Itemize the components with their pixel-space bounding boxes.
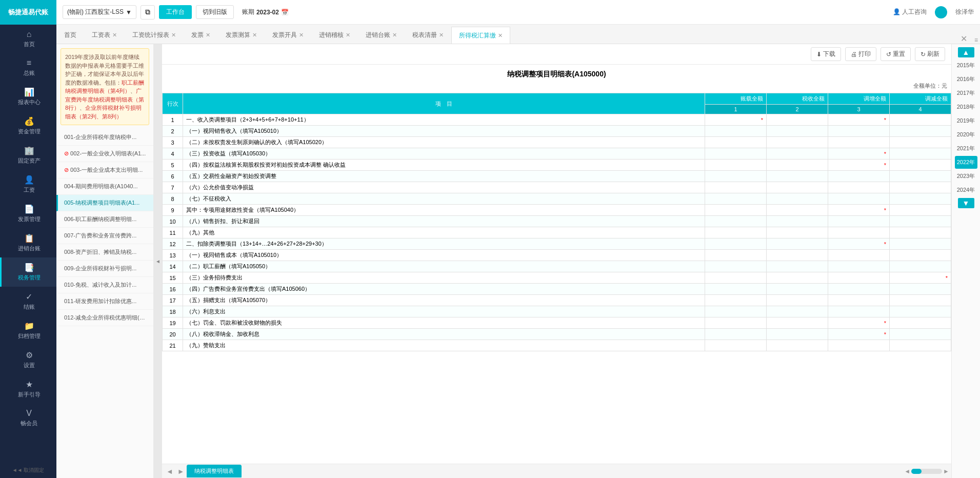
calendar-icon[interactable]: 📅 bbox=[281, 9, 289, 16]
tab-sales-ledger[interactable]: 进销台账 ✕ bbox=[358, 26, 405, 44]
sidebar-item-close[interactable]: ✓ 结账 bbox=[0, 287, 56, 316]
cell-v3[interactable]: * bbox=[828, 238, 890, 250]
cell-v2[interactable] bbox=[767, 261, 828, 272]
sidebar-item-assets[interactable]: 🏢 固定资产 bbox=[0, 141, 56, 170]
sidebar-item-payroll[interactable]: 👤 工资 bbox=[0, 170, 56, 199]
cell-v2[interactable] bbox=[767, 171, 828, 182]
cell-v1[interactable] bbox=[705, 306, 767, 317]
cell-item[interactable]: （九）赞助支出 bbox=[183, 340, 705, 351]
tab-close-tax-table[interactable]: ✕ bbox=[439, 32, 444, 38]
company-selector[interactable]: (物副) 江西股宝-LSS ▼ bbox=[63, 5, 136, 19]
year-2024[interactable]: 2024年 bbox=[955, 184, 977, 196]
cell-v4[interactable] bbox=[890, 171, 951, 182]
cell-v4[interactable] bbox=[890, 329, 951, 340]
cell-v4[interactable] bbox=[890, 148, 951, 160]
cell-v4[interactable] bbox=[890, 216, 951, 227]
bottom-nav-left[interactable]: ◄ bbox=[164, 467, 175, 475]
cell-v3[interactable] bbox=[828, 295, 890, 306]
horizontal-scrollbar[interactable] bbox=[911, 469, 942, 474]
cell-v4[interactable] bbox=[890, 182, 951, 193]
cell-v1[interactable] bbox=[705, 261, 767, 272]
cell-v4[interactable] bbox=[890, 306, 951, 317]
panel-item-007[interactable]: 007-广告费和业务宣传费跨... bbox=[56, 228, 153, 244]
scroll-left-icon[interactable]: ◄ bbox=[904, 468, 910, 475]
tab-check[interactable]: 进销稽核 ✕ bbox=[311, 26, 358, 44]
tab-close-invoice-calc[interactable]: ✕ bbox=[252, 32, 257, 38]
sidebar-item-invoice-mgmt[interactable]: 📄 发票管理 bbox=[0, 199, 56, 228]
workspace-button[interactable]: 工作台 bbox=[159, 5, 192, 19]
cell-item[interactable]: （六）利息支出 bbox=[183, 306, 705, 317]
cell-v1[interactable] bbox=[705, 171, 767, 182]
cell-v3[interactable] bbox=[828, 272, 890, 284]
cell-v1[interactable] bbox=[705, 250, 767, 261]
year-2016[interactable]: 2016年 bbox=[955, 73, 977, 86]
tab-menu-btn[interactable]: ≡ bbox=[972, 36, 980, 44]
tab-payroll-stats[interactable]: 工资统计报表 ✕ bbox=[125, 26, 184, 44]
sidebar-item-vip[interactable]: V 畅会员 bbox=[0, 404, 56, 432]
cell-v2[interactable] bbox=[767, 160, 828, 171]
year-2015[interactable]: 2015年 bbox=[955, 59, 977, 72]
panel-item-008[interactable]: 008-资产折旧、摊销及纳税... bbox=[56, 244, 153, 261]
cell-v3[interactable] bbox=[828, 137, 890, 148]
sidebar-item-finance[interactable]: 💰 资金管理 bbox=[0, 111, 56, 141]
cell-v2[interactable] bbox=[767, 284, 828, 295]
cell-v4[interactable] bbox=[890, 340, 951, 351]
sidebar-item-tax[interactable]: 📑 税务管理 bbox=[0, 257, 56, 287]
tab-close-sales-ledger[interactable]: ✕ bbox=[392, 32, 397, 38]
cell-v3[interactable] bbox=[828, 216, 890, 227]
cell-v3[interactable]: * bbox=[828, 317, 890, 329]
cell-v4[interactable] bbox=[890, 238, 951, 250]
year-2020[interactable]: 2020年 bbox=[955, 128, 977, 141]
sidebar-item-settings[interactable]: ⚙ 设置 bbox=[0, 345, 56, 374]
panel-item-002[interactable]: ⊘ 002-一般企业收入明细表(A1... bbox=[56, 146, 153, 162]
cell-v2[interactable] bbox=[767, 126, 828, 137]
cell-v1[interactable] bbox=[705, 193, 767, 205]
cell-v4[interactable] bbox=[890, 227, 951, 238]
cell-item[interactable]: （五）捐赠支出（填写A105070） bbox=[183, 295, 705, 306]
cell-v1[interactable] bbox=[705, 205, 767, 216]
year-nav-down[interactable]: ▼ bbox=[958, 198, 974, 208]
cell-v3[interactable] bbox=[828, 306, 890, 317]
cell-v1[interactable] bbox=[705, 126, 767, 137]
cell-item[interactable]: 二、扣除类调整项目（13+14+…24+26+27+28+29+30） bbox=[183, 238, 705, 250]
panel-item-011[interactable]: 011-研发费用加计扣除优惠... bbox=[56, 293, 153, 310]
year-2019[interactable]: 2019年 bbox=[955, 114, 977, 127]
cell-v3[interactable] bbox=[828, 171, 890, 182]
cell-item[interactable]: （四）按权益法核算长期股权投资对初始投资成本调整 确认收益 bbox=[183, 160, 705, 171]
year-nav-up[interactable]: ▲ bbox=[958, 47, 974, 57]
cell-v2[interactable] bbox=[767, 238, 828, 250]
bottom-tab-main[interactable]: 纳税调整明细表 bbox=[187, 465, 242, 477]
cell-v2[interactable] bbox=[767, 148, 828, 160]
sidebar-item-archive[interactable]: 📁 归档管理 bbox=[0, 316, 56, 345]
year-2017[interactable]: 2017年 bbox=[955, 87, 977, 99]
close-all-tabs-btn[interactable]: ✕ bbox=[955, 34, 972, 44]
cell-v4[interactable] bbox=[890, 160, 951, 171]
cell-v3[interactable] bbox=[828, 340, 890, 351]
cell-v2[interactable] bbox=[767, 250, 828, 261]
panel-item-006[interactable]: 006-职工薪酬纳税调整明细... bbox=[56, 211, 153, 228]
copy-icon-btn[interactable]: ⧉ bbox=[141, 5, 155, 19]
cell-item[interactable]: （四）广告费和业务宣传费支出（填写A105060） bbox=[183, 284, 705, 295]
cell-v4[interactable] bbox=[890, 137, 951, 148]
tab-close-invoice-issue[interactable]: ✕ bbox=[299, 32, 304, 38]
cell-item[interactable]: （一）视同销售收入（填写A105010） bbox=[183, 126, 705, 137]
cell-v3[interactable] bbox=[828, 193, 890, 205]
cell-v1[interactable] bbox=[705, 148, 767, 160]
cell-v2[interactable] bbox=[767, 227, 828, 238]
cell-item[interactable]: 其中：专项用途财政性资金（填写A105040） bbox=[183, 205, 705, 216]
cell-item[interactable]: （七）不征税收入 bbox=[183, 193, 705, 205]
cell-item[interactable]: （三）投资收益（填写A105030） bbox=[183, 148, 705, 160]
sidebar-item-sales-ledger[interactable]: 📋 进销台账 bbox=[0, 228, 56, 257]
panel-item-010[interactable]: 010-免税、减计收入及加计... bbox=[56, 277, 153, 293]
cell-v3[interactable]: * bbox=[828, 160, 890, 171]
print-button[interactable]: 🖨 打印 bbox=[845, 47, 876, 61]
cell-v1[interactable] bbox=[705, 317, 767, 329]
scroll-right-icon[interactable]: ► bbox=[943, 468, 949, 475]
tab-tax-table[interactable]: 税表清册 ✕ bbox=[405, 26, 451, 44]
cell-v4[interactable] bbox=[890, 114, 951, 126]
cell-item[interactable]: （六）公允价值变动净损益 bbox=[183, 182, 705, 193]
cell-v4[interactable]: * bbox=[890, 272, 951, 284]
tab-close-check[interactable]: ✕ bbox=[346, 32, 350, 38]
cell-v2[interactable] bbox=[767, 137, 828, 148]
cell-v4[interactable] bbox=[890, 295, 951, 306]
